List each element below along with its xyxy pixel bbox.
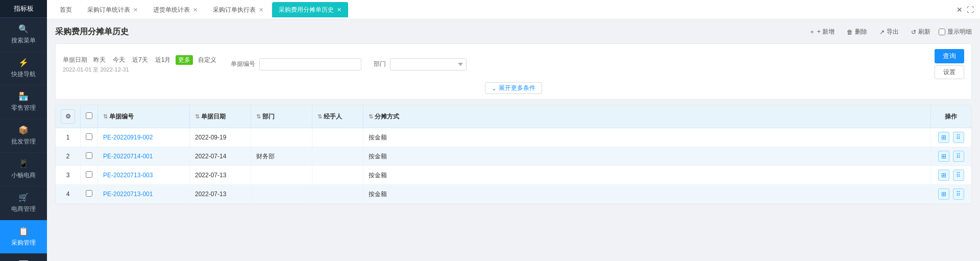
- sort-dept-icon[interactable]: ⇅: [256, 113, 261, 120]
- doc-no-input[interactable]: [259, 58, 361, 70]
- chevron-down-icon: ⌄: [492, 85, 497, 92]
- delete-icon: 🗑: [847, 29, 853, 36]
- date-shortcuts: 昨天 今天 近7天 近1月 更多 自定义: [91, 55, 218, 65]
- delete-label: 删除: [855, 28, 867, 36]
- table-header-row: ⚙ ⇅ 单据编号 ⇅ 单据日期: [56, 105, 971, 128]
- tab-inbound-stats-close[interactable]: ✕: [193, 7, 198, 13]
- date-btn-1month[interactable]: 近1月: [153, 55, 173, 65]
- edit-button[interactable]: ⠿: [953, 151, 964, 162]
- dept-select[interactable]: [390, 58, 467, 70]
- tab-purchase-stats[interactable]: 采购订单统计表 ✕: [81, 2, 144, 17]
- row-checkbox[interactable]: [86, 133, 92, 140]
- tab-home[interactable]: 首页: [53, 2, 79, 17]
- sort-icon[interactable]: ⇅: [103, 113, 108, 120]
- row-checkbox[interactable]: [86, 190, 92, 197]
- query-button[interactable]: 查询: [935, 49, 964, 63]
- row-no: 3: [56, 166, 81, 185]
- doc-id-link[interactable]: PE-20220919-002: [103, 134, 153, 141]
- doc-id-link[interactable]: PE-20220713-003: [103, 172, 153, 179]
- date-btn-custom[interactable]: 自定义: [196, 55, 218, 65]
- expand-conditions-button[interactable]: ⌄ 展开更多条件: [485, 82, 542, 94]
- refresh-button[interactable]: ↺ 刷新: [907, 26, 935, 38]
- date-btn-more[interactable]: 更多: [176, 55, 193, 65]
- edit-button[interactable]: ⠿: [953, 188, 964, 200]
- sidebar-item-wholesale-label: 批发管理: [11, 137, 36, 146]
- sidebar-item-shortcut[interactable]: ⚡ 快捷导航: [0, 52, 47, 85]
- tab-inbound-stats[interactable]: 进货单统计表 ✕: [146, 2, 204, 17]
- row-ops: ⊞ ⠿: [930, 128, 971, 147]
- row-dept: [251, 185, 312, 204]
- tab-home-label: 首页: [60, 6, 72, 14]
- sidebar-item-search-label: 搜索菜单: [11, 36, 36, 45]
- date-btn-today[interactable]: 今天: [111, 55, 127, 65]
- view-button[interactable]: ⊞: [938, 188, 949, 200]
- table-settings-button[interactable]: ⚙: [61, 109, 75, 124]
- content: 采购费用分摊单历史 ＋ + 新增 🗑 删除 ↗ 导出 ↺ 刷新: [47, 19, 980, 261]
- sidebar-item-shortcut-label: 快捷导航: [11, 70, 36, 79]
- row-handler: [312, 147, 363, 166]
- edit-button[interactable]: ⠿: [953, 170, 964, 181]
- row-ops: ⊞ ⠿: [930, 166, 971, 185]
- row-checkbox-cell: [81, 166, 98, 185]
- export-button[interactable]: ↗ 导出: [875, 26, 903, 38]
- tab-purchase-cost-label: 采购费用分摊单历史: [279, 6, 334, 14]
- sidebar-item-wholesale[interactable]: 📦 批发管理: [0, 119, 47, 153]
- close-all-icon[interactable]: ✕: [957, 6, 963, 14]
- row-handler: [312, 128, 363, 147]
- sidebar-item-inventory[interactable]: 📊 库存核算: [0, 254, 47, 261]
- date-btn-7days[interactable]: 近7天: [130, 55, 150, 65]
- th-ops: 操作: [930, 105, 971, 128]
- ecommerce-icon: 🛒: [18, 193, 29, 202]
- row-method: 按金额: [363, 185, 931, 204]
- export-label: 导出: [887, 28, 899, 36]
- tab-purchase-exec[interactable]: 采购订单执行表 ✕: [206, 2, 270, 17]
- purchase-icon: 📋: [18, 226, 29, 236]
- sidebar-item-search[interactable]: 🔍 搜索菜单: [0, 18, 47, 52]
- row-checkbox[interactable]: [86, 171, 92, 178]
- sort-method-icon[interactable]: ⇅: [369, 113, 373, 120]
- sort-handler-icon[interactable]: ⇅: [317, 113, 322, 120]
- doc-id-link[interactable]: PE-20220714-001: [103, 153, 153, 160]
- sidebar-item-ecommerce[interactable]: 🛒 电商管理: [0, 186, 47, 220]
- view-button[interactable]: ⊞: [938, 170, 949, 181]
- filter-settings-button[interactable]: 设置: [935, 65, 964, 79]
- tab-purchase-cost[interactable]: 采购费用分摊单历史 ✕: [272, 2, 348, 17]
- tab-purchase-stats-close[interactable]: ✕: [133, 7, 138, 13]
- tab-purchase-exec-close[interactable]: ✕: [259, 7, 263, 13]
- row-handler: [312, 166, 363, 185]
- sort-date-icon[interactable]: ⇅: [195, 113, 200, 120]
- tab-purchase-cost-close[interactable]: ✕: [337, 7, 341, 13]
- row-doc-id: PE-20220713-003: [98, 166, 190, 185]
- doc-id-link[interactable]: PE-20220713-001: [103, 191, 153, 198]
- row-checkbox[interactable]: [86, 152, 92, 159]
- row-checkbox-cell: [81, 147, 98, 166]
- search-icon: 🔍: [18, 24, 29, 34]
- view-button[interactable]: ⊞: [938, 151, 949, 162]
- export-icon: ↗: [879, 29, 885, 36]
- row-date: 2022-07-13: [190, 185, 251, 204]
- th-settings: ⚙: [56, 105, 81, 128]
- add-button[interactable]: ＋ + 新增: [805, 26, 839, 38]
- delete-button[interactable]: 🗑 删除: [843, 26, 871, 38]
- sidebar-item-retail[interactable]: 🏪 零售管理: [0, 85, 47, 119]
- edit-button[interactable]: ⠿: [953, 132, 964, 143]
- show-cols-check[interactable]: 显示明细: [939, 28, 972, 36]
- gear-icon: ⚙: [65, 113, 71, 120]
- show-cols-checkbox[interactable]: [939, 29, 945, 35]
- sidebar-item-mini[interactable]: 📱 小畅电商: [0, 153, 47, 186]
- row-ops: ⊞ ⠿: [930, 147, 971, 166]
- select-all-checkbox[interactable]: [86, 112, 92, 119]
- fullscreen-icon[interactable]: ⛶: [967, 6, 974, 14]
- table-row: 1 PE-20220919-002 2022-09-19 按金额 ⊞ ⠿: [56, 128, 971, 147]
- view-button[interactable]: ⊞: [938, 132, 949, 143]
- table-row: 4 PE-20220713-001 2022-07-13 按金额 ⊞ ⠿: [56, 185, 971, 204]
- data-table: ⚙ ⇅ 单据编号 ⇅ 单据日期: [56, 105, 971, 204]
- date-btn-yesterday[interactable]: 昨天: [91, 55, 108, 65]
- sidebar-item-purchase[interactable]: 📋 采购管理: [0, 220, 47, 254]
- row-no: 4: [56, 185, 81, 204]
- table-row: 3 PE-20220713-003 2022-07-13 按金额 ⊞ ⠿: [56, 166, 971, 185]
- th-method: ⇅ 分摊方式: [363, 105, 931, 128]
- table-row: 2 PE-20220714-001 2022-07-14 财务部 按金额 ⊞ ⠿: [56, 147, 971, 166]
- th-dept: ⇅ 部门: [251, 105, 312, 128]
- doc-no-label: 单据编号: [231, 60, 255, 68]
